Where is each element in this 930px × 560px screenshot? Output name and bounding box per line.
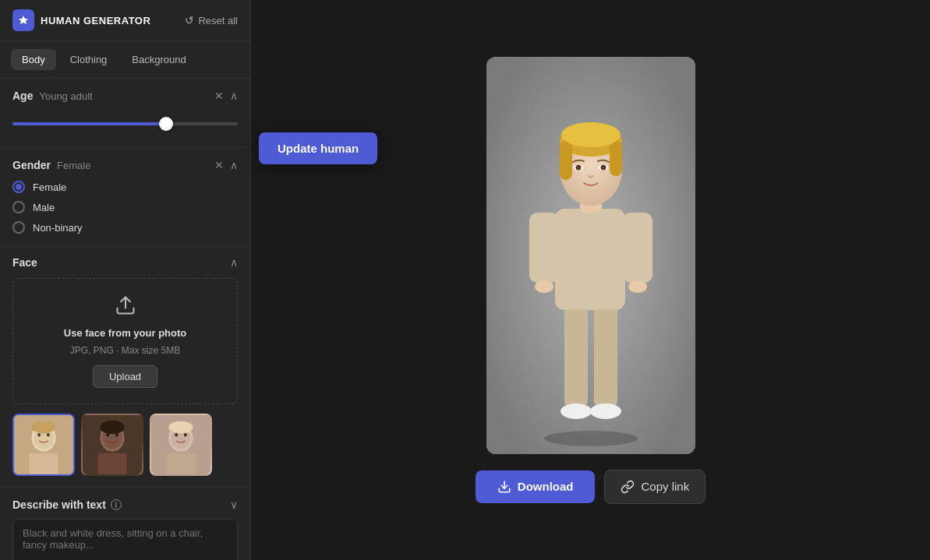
app-logo-icon [12, 9, 34, 31]
svg-point-5 [37, 433, 41, 437]
face-collapse-icon[interactable]: ∧ [230, 256, 238, 269]
describe-info-icon: i [111, 499, 122, 510]
gender-option-male[interactable]: Male [12, 201, 238, 213]
radio-male-label: Male [33, 202, 55, 213]
age-section: Age Young adult ✕ ∧ [0, 79, 250, 148]
describe-section: Describe with text i ∨ [0, 488, 250, 560]
svg-point-38 [561, 122, 621, 147]
svg-rect-29 [529, 213, 559, 283]
left-panel: HUMAN GENERATOR ↺ Reset all Body Clothin… [0, 0, 251, 560]
age-slider-container [12, 111, 238, 136]
face-thumb-1[interactable] [12, 414, 75, 476]
gender-option-female[interactable]: Female [12, 181, 238, 193]
reset-all-button[interactable]: ↺ Reset all [185, 14, 238, 26]
upload-button[interactable]: Upload [93, 365, 157, 388]
svg-point-7 [31, 421, 55, 434]
age-slider-fill [12, 122, 166, 125]
face-section: Face ∧ Use face from your photo JPG, PNG… [0, 245, 250, 488]
gender-section: Gender Female ✕ ∧ Female Male Non-binar [0, 148, 250, 245]
age-slider-track [12, 122, 238, 125]
tabs-bar: Body Clothing Background [0, 41, 250, 79]
radio-nonbinary-circle [12, 221, 25, 234]
face-previews [12, 414, 238, 476]
svg-point-26 [560, 403, 592, 419]
radio-female-label: Female [33, 181, 66, 193]
generated-image [486, 57, 695, 454]
download-button[interactable]: Download [476, 470, 596, 503]
upload-subtitle: JPG, PNG · Max size 5MB [70, 345, 180, 356]
reset-icon: ↺ [185, 14, 194, 26]
right-panel: Download Copy link [251, 0, 930, 560]
svg-rect-24 [564, 298, 588, 407]
age-section-header: Age Young adult ✕ ∧ [12, 90, 238, 102]
svg-rect-25 [594, 298, 617, 407]
radio-male-circle [12, 201, 25, 213]
svg-point-19 [175, 433, 178, 437]
svg-rect-36 [560, 141, 572, 180]
app-title-group: HUMAN GENERATOR [12, 9, 150, 31]
age-controls: ✕ ∧ [214, 90, 238, 102]
face-upload-area[interactable]: Use face from your photo JPG, PNG · Max … [12, 278, 238, 404]
svg-point-14 [100, 421, 124, 435]
upload-icon [115, 294, 136, 321]
face-thumb-3[interactable] [150, 414, 212, 476]
tab-body[interactable]: Body [11, 49, 56, 70]
app-title: HUMAN GENERATOR [41, 15, 150, 26]
radio-nonbinary-label: Non-binary [33, 222, 83, 234]
face-section-header: Face ∧ [12, 256, 238, 269]
download-icon [497, 480, 511, 494]
reset-label: Reset all [198, 15, 238, 26]
age-collapse-icon[interactable]: ∧ [230, 90, 238, 102]
age-clear-icon[interactable]: ✕ [214, 90, 224, 102]
svg-point-31 [535, 280, 553, 293]
face-title: Face [12, 256, 37, 269]
gender-clear-icon[interactable]: ✕ [214, 159, 224, 171]
download-label: Download [518, 480, 574, 493]
age-value: Young adult [39, 90, 92, 102]
age-slider-thumb[interactable] [159, 117, 173, 131]
tab-background[interactable]: Background [121, 49, 196, 70]
face-thumb-2[interactable] [81, 414, 143, 476]
copy-link-button[interactable]: Copy link [604, 470, 705, 504]
gender-value: Female [57, 160, 90, 171]
describe-title: Describe with text i [12, 498, 122, 511]
svg-point-42 [600, 164, 606, 170]
copy-link-icon [621, 480, 635, 494]
gender-option-nonbinary[interactable]: Non-binary [12, 221, 238, 234]
tab-clothing[interactable]: Clothing [59, 49, 118, 70]
describe-textarea[interactable] [12, 519, 238, 560]
describe-header: Describe with text i ∨ [0, 488, 250, 519]
age-title: Age Young adult [12, 90, 93, 102]
radio-female-inner [16, 184, 22, 190]
svg-point-20 [184, 433, 187, 437]
gender-radio-group: Female Male Non-binary [12, 181, 238, 234]
update-human-popup[interactable]: Update human [259, 132, 377, 164]
svg-point-23 [544, 431, 638, 446]
copy-link-label: Copy link [641, 480, 689, 493]
radio-female-circle [12, 181, 25, 193]
app-header: HUMAN GENERATOR ↺ Reset all [0, 0, 250, 41]
svg-rect-4 [29, 453, 58, 475]
gender-controls: ✕ ∧ [214, 159, 238, 171]
face-controls: ∧ [230, 256, 238, 269]
gender-title: Gender Female [12, 159, 90, 171]
svg-rect-28 [555, 209, 625, 310]
svg-rect-11 [97, 453, 126, 475]
svg-point-6 [47, 433, 50, 437]
svg-point-32 [628, 280, 647, 293]
svg-rect-18 [166, 453, 195, 475]
svg-rect-30 [623, 213, 652, 283]
svg-rect-37 [610, 141, 622, 176]
gender-section-header: Gender Female ✕ ∧ [12, 159, 238, 171]
update-human-label: Update human [278, 142, 359, 155]
gender-collapse-icon[interactable]: ∧ [230, 159, 238, 171]
svg-point-27 [590, 403, 621, 419]
upload-title: Use face from your photo [64, 327, 186, 339]
describe-collapse-icon[interactable]: ∨ [230, 498, 238, 511]
svg-point-21 [168, 421, 193, 434]
action-buttons: Download Copy link [476, 470, 705, 504]
svg-point-41 [575, 164, 581, 170]
